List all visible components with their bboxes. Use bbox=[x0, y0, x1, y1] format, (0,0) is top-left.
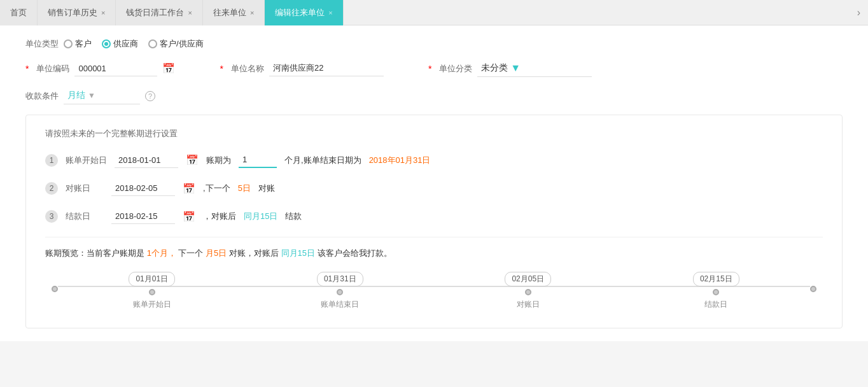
timeline-node-2: 01月31日 账单结束日 bbox=[317, 272, 363, 310]
preview-reconcile-prefix: 下一个 bbox=[178, 248, 203, 258]
timeline-nodes: 01月01日 账单开始日 01月31日 账单结束日 02月05日 bbox=[58, 272, 810, 310]
unit-name-group: * 单位名称 bbox=[220, 61, 383, 76]
row-num-1: 1 bbox=[45, 154, 58, 167]
preview-text: 账期预览：当前客户账期是 1个月， 下一个 月5日 对账，对账后 同月15日 该… bbox=[45, 248, 823, 259]
tab-partner[interactable]: 往来单位 × bbox=[203, 0, 265, 25]
payment-terms-row: 收款条件 月结 ▼ ? bbox=[25, 87, 843, 104]
tl-name-4: 结款日 bbox=[704, 299, 727, 310]
unit-name-input[interactable] bbox=[269, 61, 384, 76]
dropdown-icon: ▼ bbox=[510, 62, 521, 74]
unit-category-value: 未分类 bbox=[481, 62, 508, 74]
timeline-node-1: 01月01日 账单开始日 bbox=[129, 272, 175, 310]
row-label-3: 结款日 bbox=[66, 211, 104, 222]
tab-home[interactable]: 首页 bbox=[0, 0, 38, 25]
preview-reconcile-day: 月5日 bbox=[206, 248, 227, 258]
row-highlight-3: 同月15日 bbox=[244, 211, 277, 222]
radio-circle-both bbox=[148, 39, 157, 48]
timeline-node-3: 02月05日 对账日 bbox=[505, 272, 551, 310]
tab-cash-workbench[interactable]: 钱货日清工作台 × bbox=[116, 0, 202, 25]
date-input-2[interactable] bbox=[111, 181, 175, 196]
tl-name-3: 对账日 bbox=[517, 299, 540, 310]
period-input[interactable] bbox=[239, 152, 277, 168]
tl-dot-3 bbox=[525, 289, 531, 295]
setting-row-1: 1 账单开始日 📅 账期为 个月,账单结束日期为 2018年01月31日 bbox=[45, 152, 823, 168]
date-input-1[interactable] bbox=[115, 153, 178, 168]
question-icon[interactable]: ? bbox=[145, 91, 155, 101]
row-num-2: 2 bbox=[45, 182, 58, 195]
row-desc-prefix-2: ,下一个 bbox=[203, 183, 230, 194]
timeline-node-4: 02月15日 结款日 bbox=[693, 272, 739, 310]
unit-category-label: 单位分类 bbox=[439, 63, 472, 74]
calendar-icon-3[interactable]: 📅 bbox=[183, 211, 195, 223]
tl-box-4: 02月15日 bbox=[693, 272, 739, 286]
tl-dot-1 bbox=[149, 289, 155, 295]
radio-customer-label: 客户 bbox=[75, 38, 92, 50]
row-num-3: 3 bbox=[45, 210, 58, 223]
preview-period: 1个月， bbox=[147, 248, 176, 258]
row-desc-suffix-3: 结款 bbox=[285, 211, 302, 222]
tab-edit-partner[interactable]: 编辑往来单位 × bbox=[265, 0, 343, 25]
tab-bar: 首页 销售订单历史 × 钱货日清工作台 × 往来单位 × 编辑往来单位 × › bbox=[0, 0, 868, 25]
payment-terms-group: 收款条件 月结 ▼ ? bbox=[25, 87, 155, 104]
preview-label: 账期预览：当前客户账期是 bbox=[45, 248, 144, 258]
tab-sales-history-label: 销售订单历史 bbox=[48, 7, 97, 18]
payment-terms-select[interactable]: 月结 ▼ bbox=[64, 87, 140, 104]
radio-both[interactable]: 客户/供应商 bbox=[148, 38, 204, 50]
radio-circle-supplier bbox=[102, 39, 111, 48]
calendar-icon-2[interactable]: 📅 bbox=[183, 183, 195, 195]
unit-name-label: 单位名称 bbox=[231, 63, 264, 74]
required-star-name: * bbox=[220, 64, 223, 74]
calendar-icon-1[interactable]: 📅 bbox=[186, 154, 199, 166]
close-icon[interactable]: × bbox=[101, 9, 105, 17]
row-desc-suffix-1: 个月,账单结束日期为 bbox=[284, 155, 361, 166]
end-date-highlight: 2018年01月31日 bbox=[369, 155, 431, 166]
tab-home-label: 首页 bbox=[10, 7, 27, 18]
radio-both-label: 客户/供应商 bbox=[160, 38, 204, 50]
tl-name-2: 账单结束日 bbox=[321, 299, 359, 310]
timeline-middle: 01月01日 账单开始日 01月31日 账单结束日 02月05日 bbox=[58, 272, 810, 310]
radio-circle-customer bbox=[64, 39, 73, 48]
tab-cash-workbench-label: 钱货日清工作台 bbox=[126, 7, 184, 18]
row-desc-prefix-3: ，对账后 bbox=[203, 211, 236, 222]
row-label-1: 账单开始日 bbox=[66, 155, 107, 166]
preview-payment-day: 同月15日 bbox=[281, 248, 315, 258]
close-icon[interactable]: × bbox=[328, 9, 332, 17]
close-icon[interactable]: × bbox=[188, 9, 192, 17]
tab-edit-partner-label: 编辑往来单位 bbox=[275, 7, 325, 18]
tl-box-3: 02月05日 bbox=[505, 272, 551, 286]
row-label-2: 对账日 bbox=[66, 183, 104, 194]
unit-category-select[interactable]: 未分类 ▼ bbox=[477, 60, 592, 77]
preview-tail: 该客户会给我打款。 bbox=[318, 248, 392, 258]
radio-group: 客户 供应商 客户/供应商 bbox=[64, 38, 204, 50]
tl-box-2: 01月31日 bbox=[317, 272, 363, 286]
preview-reconcile-suffix: 对账，对账后 bbox=[229, 248, 279, 258]
dropdown-arrow-icon: ▼ bbox=[88, 91, 95, 100]
row-highlight-2: 5日 bbox=[238, 183, 251, 194]
tl-dot-4 bbox=[713, 289, 719, 295]
payment-terms-label: 收款条件 bbox=[25, 90, 59, 102]
timeline: 01月01日 账单开始日 01月31日 账单结束日 02月05日 bbox=[45, 272, 823, 310]
timeline-right-dot bbox=[810, 286, 816, 292]
tl-name-1: 账单开始日 bbox=[133, 299, 171, 310]
radio-customer[interactable]: 客户 bbox=[64, 38, 92, 50]
tl-dot-2 bbox=[337, 289, 343, 295]
row-desc-suffix-2: 对账 bbox=[258, 183, 275, 194]
unit-code-label: 单位编码 bbox=[36, 63, 69, 74]
setting-row-3: 3 结款日 📅 ，对账后 同月15日 结款 bbox=[45, 209, 823, 224]
radio-supplier[interactable]: 供应商 bbox=[102, 38, 138, 50]
unit-type-group: 单位类型 客户 供应商 客户/供应商 bbox=[25, 38, 204, 50]
unit-category-group: * 单位分类 未分类 ▼ bbox=[428, 60, 592, 77]
tab-arrow[interactable]: › bbox=[850, 7, 868, 18]
period-panel: 请按照未来的一个完整帐期进行设置 1 账单开始日 📅 账期为 个月,账单结束日期… bbox=[25, 115, 843, 328]
timeline-left-dot bbox=[52, 286, 58, 292]
required-star: * bbox=[25, 64, 29, 74]
tab-sales-history[interactable]: 销售订单历史 × bbox=[38, 0, 116, 25]
required-star-cat: * bbox=[428, 64, 431, 74]
unit-type-row: 单位类型 客户 供应商 客户/供应商 bbox=[25, 38, 843, 50]
radio-supplier-label: 供应商 bbox=[113, 38, 138, 50]
unit-code-input[interactable] bbox=[74, 61, 157, 76]
tl-box-1: 01月01日 bbox=[129, 272, 175, 286]
date-input-3[interactable] bbox=[111, 209, 175, 224]
calendar-icon[interactable]: 📅 bbox=[162, 62, 175, 74]
close-icon[interactable]: × bbox=[250, 9, 254, 17]
